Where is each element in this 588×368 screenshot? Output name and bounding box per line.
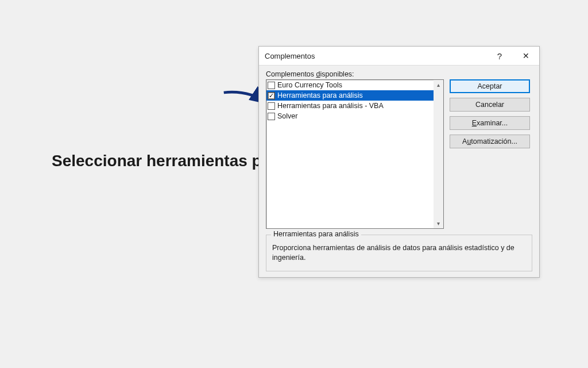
addin-description-text: Proporciona herramientas de análisis de … bbox=[272, 243, 526, 263]
dialog-button-column: Aceptar Cancelar Examinar... Automatizac… bbox=[450, 79, 530, 148]
addin-checkbox[interactable]: ✓ bbox=[268, 92, 275, 99]
available-addins-label: Complementos disponibles: bbox=[266, 70, 532, 78]
addin-checkbox[interactable] bbox=[268, 102, 275, 110]
addin-checkbox[interactable] bbox=[268, 82, 275, 89]
addin-label: Solver bbox=[277, 112, 297, 120]
addins-listbox-wrap: Euro Currency Tools✓Herramientas para an… bbox=[266, 79, 444, 229]
listbox-scrollbar[interactable]: ▴ ▾ bbox=[434, 80, 443, 228]
addin-description-legend: Herramientas para análisis bbox=[271, 230, 361, 238]
scroll-up-icon[interactable]: ▴ bbox=[434, 80, 443, 90]
addin-label: Herramientas para análisis - VBA bbox=[277, 102, 384, 110]
automation-button[interactable]: Automatización... bbox=[450, 135, 530, 148]
addin-label: Herramientas para análisis bbox=[277, 91, 363, 99]
addin-row[interactable]: Herramientas para análisis - VBA bbox=[266, 101, 443, 111]
close-icon: ✕ bbox=[523, 51, 529, 60]
accept-button[interactable]: Aceptar bbox=[450, 79, 530, 93]
complementos-dialog: Complementos ? ✕ Complementos disponible… bbox=[258, 46, 540, 278]
addin-label: Euro Currency Tools bbox=[277, 81, 342, 89]
addins-listbox[interactable]: Euro Currency Tools✓Herramientas para an… bbox=[266, 79, 444, 229]
close-button[interactable]: ✕ bbox=[513, 47, 539, 65]
addin-row[interactable]: ✓Herramientas para análisis bbox=[266, 90, 443, 101]
dialog-titlebar: Complementos ? ✕ bbox=[259, 47, 539, 65]
addin-row[interactable]: Solver bbox=[266, 111, 443, 121]
cancel-button[interactable]: Cancelar bbox=[450, 98, 530, 112]
dialog-body: Complementos disponibles: Euro Currency … bbox=[259, 65, 539, 277]
addin-checkbox[interactable] bbox=[268, 113, 275, 120]
scroll-down-icon[interactable]: ▾ bbox=[434, 218, 443, 228]
addin-description-group: Herramientas para análisis Proporciona h… bbox=[266, 235, 532, 271]
addin-row[interactable]: Euro Currency Tools bbox=[266, 80, 443, 90]
help-button[interactable]: ? bbox=[486, 47, 513, 65]
browse-button[interactable]: Examinar... bbox=[450, 116, 530, 130]
dialog-title: Complementos bbox=[265, 52, 486, 60]
